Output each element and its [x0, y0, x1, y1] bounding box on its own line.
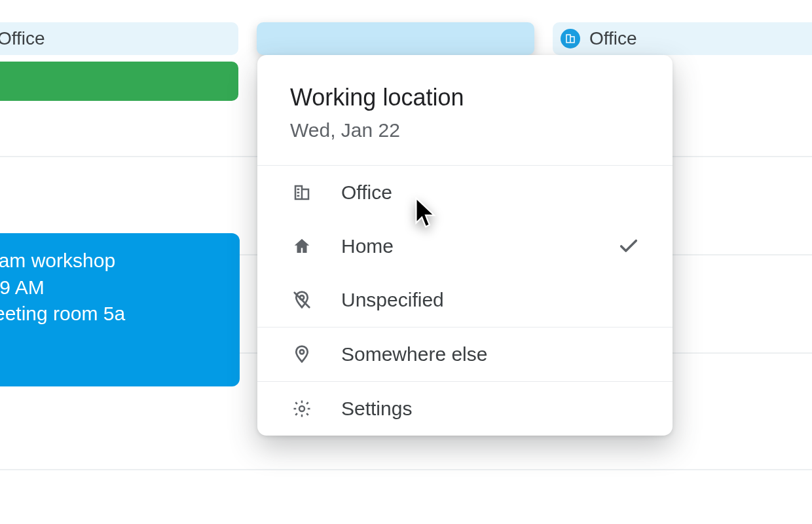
popup-header: Working location Wed, Jan 22: [257, 55, 673, 166]
day-column-left: Office: [0, 22, 238, 101]
option-label: Somewhere else: [341, 343, 487, 365]
all-day-event[interactable]: [0, 62, 238, 101]
option-label: Home: [341, 235, 394, 257]
location-option-somewhere-else[interactable]: Somewhere else: [257, 328, 673, 381]
calendar-event[interactable]: Team workshop 7–9 AM Meeting room 5a: [0, 233, 240, 386]
working-location-pill-active[interactable]: [257, 22, 534, 55]
option-label: Settings: [341, 398, 412, 420]
working-location-label: Office: [0, 28, 45, 49]
working-location-label: Office: [589, 28, 637, 49]
check-icon: [618, 235, 640, 257]
location-off-icon: [290, 290, 314, 310]
svg-point-3: [299, 406, 304, 411]
location-option-office[interactable]: Office: [257, 166, 673, 219]
working-location-pill[interactable]: Office: [0, 22, 238, 55]
location-option-home[interactable]: Home: [257, 219, 673, 273]
event-time: 7–9 AM: [0, 274, 223, 301]
settings-option[interactable]: Settings: [257, 382, 673, 436]
location-option-unspecified[interactable]: Unspecified: [257, 273, 673, 327]
popup-title: Working location: [290, 84, 640, 111]
working-location-popup: Working location Wed, Jan 22 Office Home…: [257, 55, 673, 436]
option-label: Unspecified: [341, 289, 444, 311]
location-pin-icon: [290, 345, 314, 364]
svg-point-2: [300, 350, 304, 354]
office-icon: [561, 29, 580, 48]
popup-date: Wed, Jan 22: [290, 119, 640, 141]
option-label: Office: [341, 181, 392, 204]
event-title: Team workshop: [0, 248, 223, 274]
working-location-pill[interactable]: Office: [553, 22, 812, 55]
event-location: Meeting room 5a: [0, 301, 223, 328]
office-icon: [290, 183, 314, 202]
gear-icon: [290, 399, 314, 419]
home-icon: [290, 236, 314, 256]
